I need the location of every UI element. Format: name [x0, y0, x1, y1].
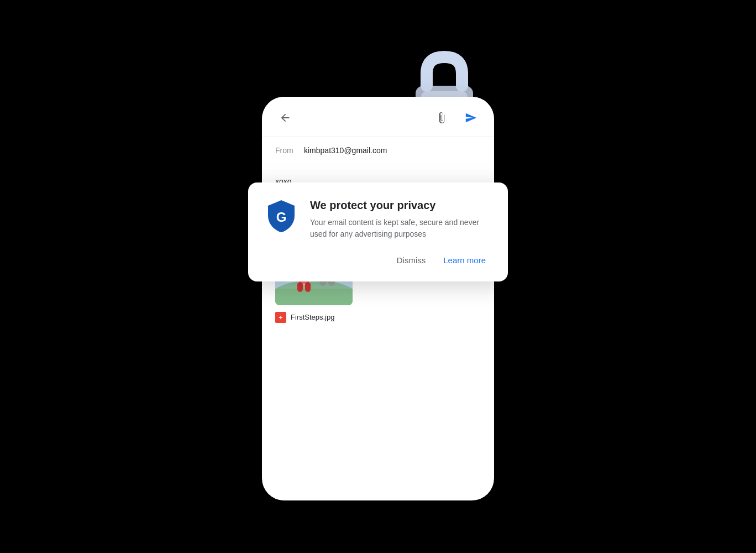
privacy-text-block: We protect your privacy Your email conte… — [310, 198, 492, 240]
attachment-filename: FirstSteps.jpg — [291, 313, 334, 321]
svg-text:G: G — [276, 210, 287, 225]
from-email-value: kimbpat310@gmail.com — [304, 146, 387, 155]
phone-frame: From kimbpat310@gmail.com xoxo Kim — [262, 97, 494, 500]
privacy-card: G We protect your privacy Your email con… — [248, 182, 508, 281]
svg-rect-5 — [275, 289, 353, 305]
privacy-description: Your email content is kept safe, secure … — [310, 217, 492, 240]
svg-rect-21 — [305, 282, 311, 292]
privacy-card-actions: Dismiss Learn more — [264, 251, 492, 269]
from-label: From — [275, 146, 297, 155]
from-row: From kimbpat310@gmail.com — [262, 137, 494, 164]
attachment-icon — [275, 312, 286, 323]
email-header — [262, 97, 494, 137]
attach-button[interactable] — [432, 108, 452, 128]
dismiss-button[interactable]: Dismiss — [390, 251, 433, 269]
learn-more-button[interactable]: Learn more — [437, 251, 492, 269]
svg-rect-20 — [297, 282, 303, 292]
google-shield-icon: G — [264, 198, 299, 233]
back-button[interactable] — [275, 108, 295, 128]
send-button[interactable] — [461, 108, 481, 128]
privacy-card-content: G We protect your privacy Your email con… — [264, 198, 492, 240]
attachment-row: FirstSteps.jpg — [275, 312, 481, 323]
header-icons — [432, 108, 481, 128]
privacy-title: We protect your privacy — [310, 198, 492, 212]
